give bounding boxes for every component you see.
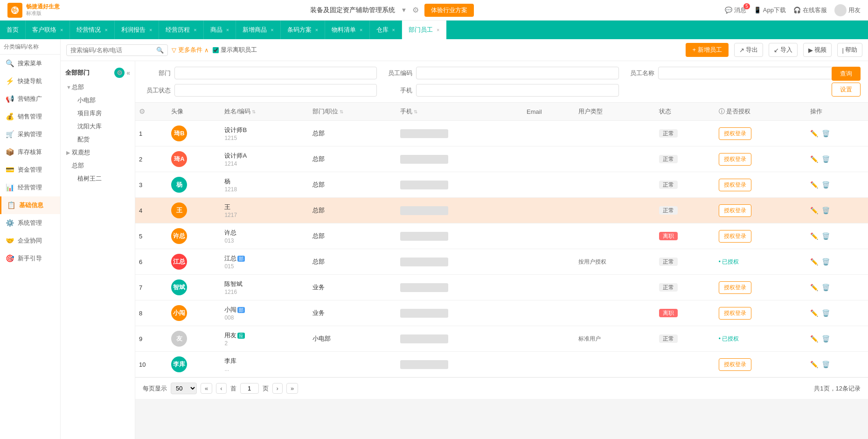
- delete-icon[interactable]: 🗑️: [822, 130, 830, 137]
- dept-item-peihuo[interactable]: 配货: [61, 133, 135, 146]
- auth-login-btn[interactable]: 授权登录: [719, 204, 751, 217]
- th-name[interactable]: 姓名/编码⇅: [221, 103, 308, 121]
- edit-icon[interactable]: ✏️: [810, 258, 818, 265]
- dept-name: 业务: [312, 284, 325, 291]
- dept-item-shuanglu[interactable]: ▶ 双鹿想: [61, 146, 135, 159]
- show-resigned-checkbox[interactable]: [213, 47, 219, 53]
- auth-login-btn[interactable]: 授权登录: [719, 281, 751, 294]
- app-download-item[interactable]: 📱 App下载: [754, 6, 786, 14]
- sidebar-item-collab[interactable]: 🤝企业协同: [0, 232, 60, 250]
- tab-bom[interactable]: 物料清单×: [325, 21, 369, 39]
- form-empname-input[interactable]: [658, 67, 861, 79]
- page-input[interactable]: [240, 383, 259, 394]
- th-settings[interactable]: ⚙: [135, 103, 167, 121]
- dept-item-zhishu[interactable]: 植树王二: [61, 172, 135, 185]
- auth-login-btn[interactable]: 授权登录: [719, 358, 751, 371]
- form-status-select[interactable]: [174, 84, 377, 97]
- trial-btn[interactable]: 体验行业方案: [424, 4, 474, 17]
- sidebar-item-shortcuts[interactable]: ⚡快捷导航: [0, 72, 60, 90]
- sidebar-item-guide[interactable]: 🎯新手引导: [0, 250, 60, 267]
- next-page-btn[interactable]: ›: [272, 383, 283, 394]
- edit-icon[interactable]: ✏️: [810, 207, 818, 214]
- dept-collapse-btn[interactable]: «: [126, 69, 130, 77]
- edit-icon[interactable]: ✏️: [810, 181, 818, 188]
- delete-icon[interactable]: 🗑️: [822, 335, 830, 342]
- sidebar-item-search[interactable]: 🔍搜索菜单: [0, 55, 60, 72]
- service-item[interactable]: 🎧 在线客服: [793, 6, 827, 14]
- tab-goods[interactable]: 商品×: [204, 21, 236, 39]
- add-employee-btn[interactable]: + 新增员工: [686, 43, 728, 57]
- view-btn[interactable]: ▶ 视频: [803, 43, 832, 57]
- dept-settings-btn[interactable]: ⚙: [114, 68, 125, 78]
- user-item[interactable]: 用友: [834, 4, 861, 16]
- op-icons: ✏️ 🗑️: [810, 258, 864, 265]
- tab-history[interactable]: 经营历程×: [159, 21, 203, 39]
- delete-icon[interactable]: 🗑️: [822, 309, 830, 317]
- sys-title: 装备及固定资产辅助管理系统: [310, 6, 395, 14]
- sidebar-search-input[interactable]: [4, 43, 61, 50]
- msg-item[interactable]: 💬 5 消息: [725, 6, 746, 14]
- tab-department[interactable]: 部门员工×: [402, 21, 446, 39]
- form-phone-input[interactable]: [416, 84, 618, 97]
- edit-icon[interactable]: ✏️: [810, 335, 818, 342]
- auth-login-btn[interactable]: 授权登录: [719, 127, 751, 140]
- first-page-btn[interactable]: «: [201, 383, 212, 394]
- tab-operation[interactable]: 经营情况×: [70, 21, 114, 39]
- per-page-select[interactable]: 50 20 100: [171, 383, 197, 394]
- form-dept-select[interactable]: [174, 67, 377, 79]
- more-filter-btn[interactable]: ▽ 更多条件 ∧: [172, 46, 209, 54]
- tab-warehouse[interactable]: 仓库×: [370, 21, 402, 39]
- dept-item-project[interactable]: 项目库房: [61, 107, 135, 120]
- form-empcode-input[interactable]: [416, 67, 618, 79]
- auth-login-btn[interactable]: 授权登录: [719, 307, 751, 320]
- last-page-btn[interactable]: »: [286, 383, 298, 394]
- tab-home[interactable]: 首页: [0, 21, 26, 39]
- edit-icon[interactable]: ✏️: [810, 232, 818, 240]
- auth-login-btn[interactable]: 授权登录: [719, 179, 751, 191]
- tab-barcode[interactable]: 条码方案×: [281, 21, 325, 39]
- delete-icon[interactable]: 🗑️: [822, 232, 830, 240]
- help-btn[interactable]: | 帮助: [837, 43, 862, 57]
- import-btn[interactable]: ↙ 导入: [769, 43, 798, 57]
- sys-dropdown-btn[interactable]: ▼: [401, 7, 407, 14]
- tab-profit[interactable]: 利润报告×: [115, 21, 159, 39]
- tab-customer[interactable]: 客户联络×: [26, 21, 70, 39]
- delete-icon[interactable]: 🗑️: [822, 181, 830, 188]
- gear-btn[interactable]: ⚙: [412, 6, 419, 14]
- edit-icon[interactable]: ✏️: [810, 155, 818, 163]
- edit-icon[interactable]: ✏️: [810, 309, 818, 317]
- dept-item-shenyang[interactable]: 沈阳大库: [61, 120, 135, 133]
- dept-item-xiaodiandian[interactable]: 小电部: [61, 94, 135, 107]
- delete-icon[interactable]: 🗑️: [822, 361, 830, 368]
- export-btn[interactable]: ↗ 导出: [734, 43, 763, 57]
- edit-icon[interactable]: ✏️: [810, 130, 818, 137]
- set-btn[interactable]: 设置: [832, 83, 861, 97]
- sidebar-item-finance[interactable]: 💳资金管理: [0, 161, 60, 179]
- edit-icon[interactable]: ✏️: [810, 361, 818, 368]
- auth-login-btn[interactable]: 授权登录: [719, 230, 751, 243]
- sidebar-item-operations[interactable]: 📊经营管理: [0, 179, 60, 196]
- sidebar-item-marketing[interactable]: 📢营销推广: [0, 90, 60, 108]
- main-search-input[interactable]: [70, 47, 154, 54]
- auth-login-btn[interactable]: 授权登录: [719, 153, 751, 166]
- settings-icon[interactable]: ⚙: [139, 107, 145, 115]
- table-row: 8小闯小闯部008业务●●●●●●●●离职授权登录 ✏️ 🗑️: [135, 300, 868, 326]
- sidebar-item-inventory[interactable]: 📦库存核算: [0, 143, 60, 161]
- sidebar-item-sales[interactable]: 💰销售管理: [0, 108, 60, 125]
- dept-item-zongbu-parent[interactable]: ▼ 总部: [61, 81, 135, 94]
- tab-add-goods[interactable]: 新增商品×: [236, 21, 280, 39]
- th-dept[interactable]: 部门/职位⇅: [309, 103, 396, 121]
- tab-customer-close[interactable]: ×: [60, 27, 63, 33]
- sidebar-item-purchase[interactable]: 🛒采购管理: [0, 125, 60, 143]
- prev-page-btn[interactable]: ‹: [216, 383, 226, 394]
- th-phone[interactable]: 手机⇅: [396, 103, 523, 121]
- sidebar-item-basic[interactable]: 📋基础信息: [0, 196, 60, 214]
- search-btn[interactable]: 查询: [832, 67, 861, 81]
- edit-icon[interactable]: ✏️: [810, 284, 818, 291]
- delete-icon[interactable]: 🗑️: [822, 258, 830, 265]
- delete-icon[interactable]: 🗑️: [822, 284, 830, 291]
- delete-icon[interactable]: 🗑️: [822, 207, 830, 214]
- delete-icon[interactable]: 🗑️: [822, 155, 830, 163]
- sidebar-item-system[interactable]: ⚙️系统管理: [0, 214, 60, 232]
- dept-item-zongbu2[interactable]: 总部: [61, 159, 135, 172]
